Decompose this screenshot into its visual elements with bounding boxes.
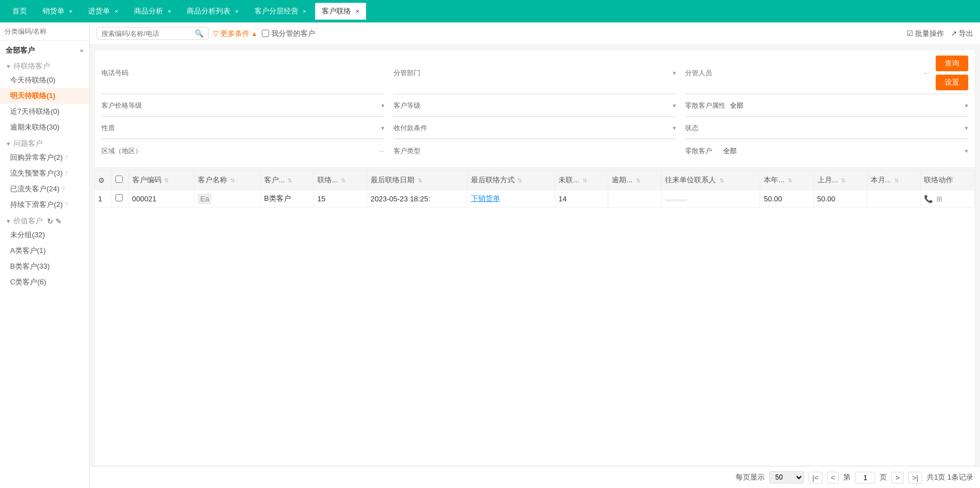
per-page-select[interactable]: 50 xyxy=(769,471,804,484)
sidebar-item-b-class[interactable]: B类客户(33) xyxy=(0,259,89,274)
th-contact-person[interactable]: 往来单位联系人 ⇅ xyxy=(662,171,760,190)
sidebar-item-today[interactable]: 今天待联络(0) xyxy=(0,72,89,88)
first-page-btn[interactable]: |< xyxy=(808,472,822,484)
td-last-month: 50.00 xyxy=(813,190,867,208)
sort-icon-thismonth: ⇅ xyxy=(894,177,899,183)
batch-checkbox-icon: ☑ xyxy=(907,29,913,38)
search-icon[interactable]: 🔍 xyxy=(195,29,204,38)
filter-nature-dropdown[interactable]: ▾ xyxy=(140,125,385,132)
sidebar-item-churned[interactable]: 已流失客户(24) ? xyxy=(0,181,89,197)
nav-product-analysis[interactable]: 商品分析 × xyxy=(127,3,178,20)
sidebar-item-c-class[interactable]: C类客户(6) xyxy=(0,274,89,290)
batch-op-btn[interactable]: ☑ 批量操作 xyxy=(907,29,944,39)
filter-price-dropdown[interactable]: ▾ xyxy=(146,102,385,109)
sidebar-item-a-class[interactable]: A类客户(1) xyxy=(0,243,89,259)
select-all-checkbox[interactable] xyxy=(115,176,123,183)
filter-payment-label: 收付款条件 xyxy=(394,123,427,133)
sidebar-item-abnormal[interactable]: 回购异常客户(2) ? xyxy=(0,150,89,165)
td-last-method[interactable]: 下销货单 xyxy=(467,190,555,208)
nav-customer-contact[interactable]: 客户联络 × xyxy=(315,3,366,20)
qr-icon[interactable]: ⊞ xyxy=(936,195,942,203)
filter-retail-attr-dropdown[interactable]: ▾ xyxy=(849,102,968,109)
filter-status-dropdown[interactable]: ▾ xyxy=(723,125,968,132)
filter-status-label: 状态 xyxy=(685,123,719,133)
filter-region-more[interactable]: ··· xyxy=(379,147,385,155)
th-customer-type[interactable]: 客户... ⇅ xyxy=(260,171,313,190)
filter-manager-more[interactable]: ··· xyxy=(923,69,929,77)
filter-phone-input[interactable] xyxy=(140,69,385,77)
td-overdue xyxy=(608,190,662,208)
filter-retail-attr-value: 全部 xyxy=(730,101,849,111)
filter-dept-label: 分管部门 xyxy=(394,68,427,78)
toolbar: 🔍 ▽ 更多条件 ▲ 我分管的客户 ☑ 批量操作 ↗ 导出 xyxy=(90,22,980,45)
filter-retail-customer-label: 零散客户 xyxy=(685,146,719,156)
sidebar-item-7days[interactable]: 近7天待联络(0) xyxy=(0,104,89,119)
th-settings[interactable]: ⚙ xyxy=(95,171,112,190)
filter-retail-attr: 零散客户属性 全部 ▾ xyxy=(685,99,968,117)
retail-customer-caret: ▾ xyxy=(965,148,968,155)
th-code[interactable]: 客户编码 ⇅ xyxy=(128,171,195,190)
prev-page-btn[interactable]: < xyxy=(827,472,839,484)
sidebar-search-input[interactable] xyxy=(4,27,89,35)
td-checkbox[interactable] xyxy=(112,190,128,208)
help-icon-abnormal: ? xyxy=(64,154,68,161)
nav-purchase-order[interactable]: 进货单 × xyxy=(81,3,124,20)
export-btn[interactable]: ↗ 导出 xyxy=(951,29,973,39)
settings-btn[interactable]: 设置 xyxy=(936,75,968,90)
filter-retail-customer-dropdown[interactable]: ▾ xyxy=(846,148,968,155)
nav-product-list-close[interactable]: × xyxy=(235,8,238,15)
th-contact-count[interactable]: 联络... ⇅ xyxy=(314,171,367,190)
filter-dept-dropdown[interactable]: ▾ xyxy=(432,70,677,77)
th-last-contact-date[interactable]: 最后联络日期 ⇅ xyxy=(367,171,468,190)
th-last-month[interactable]: 上月... ⇅ xyxy=(813,171,867,190)
data-table: ⚙ 客户编码 ⇅ 客户名称 ⇅ xyxy=(95,171,975,208)
nav-customer-layering[interactable]: 客户分层经营 × xyxy=(248,3,313,20)
nav-contact-close[interactable]: × xyxy=(355,8,359,15)
my-customers-checkbox[interactable] xyxy=(262,30,269,37)
td-uncontacted: 14 xyxy=(555,190,608,208)
nav-layering-close[interactable]: × xyxy=(303,8,306,15)
value-refresh-icon[interactable]: ↻ xyxy=(47,217,53,225)
th-this-year[interactable]: 本年... ⇅ xyxy=(760,171,813,190)
last-page-btn[interactable]: >| xyxy=(908,472,922,484)
filter-price-label: 客户价格等级 xyxy=(101,101,142,111)
nav-sales-order[interactable]: 销货单 × xyxy=(36,3,79,20)
sidebar-item-overdue[interactable]: 逾期未联络(30) xyxy=(0,119,89,135)
th-last-contact-method[interactable]: 最后联络方式 ⇅ xyxy=(467,171,555,190)
sort-icon-year: ⇅ xyxy=(788,177,792,183)
my-customers-checkbox-area[interactable]: 我分管的客户 xyxy=(262,29,315,39)
filter-manager-dropdown[interactable]: ··· xyxy=(723,69,929,77)
th-uncontacted[interactable]: 未联... ⇅ xyxy=(555,171,608,190)
collapse-icon[interactable]: « xyxy=(80,47,84,54)
page-input[interactable] xyxy=(855,472,875,484)
th-name[interactable]: 客户名称 ⇅ xyxy=(195,171,261,190)
row-checkbox[interactable] xyxy=(115,194,123,201)
sidebar-item-churn-warning[interactable]: 流失预警客户(3) ? xyxy=(0,165,89,181)
table-header-row: ⚙ 客户编码 ⇅ 客户名称 ⇅ xyxy=(95,171,975,190)
phone-icon[interactable]: 📞 xyxy=(924,195,933,203)
th-overdue[interactable]: 逾期... ⇅ xyxy=(608,171,662,190)
filter-region-dropdown[interactable]: ··· xyxy=(146,147,385,155)
filter-payment-dropdown[interactable]: ▾ xyxy=(432,125,677,132)
filter-customer-level-label: 客户等级 xyxy=(394,101,427,111)
nav-sales-order-close[interactable]: × xyxy=(69,8,72,15)
nav-product-analysis-list[interactable]: 商品分析列表 × xyxy=(180,3,245,20)
next-page-btn[interactable]: > xyxy=(891,472,904,484)
sidebar-item-ungroup[interactable]: 未分组(32) xyxy=(0,227,89,243)
nav-product-analysis-close[interactable]: × xyxy=(168,8,171,15)
filter-customer-level-dropdown[interactable]: ▾ xyxy=(432,102,677,109)
problem-arrow: ▼ xyxy=(6,141,11,147)
filter-retail-customer-value: 全部 xyxy=(723,146,845,156)
search-input[interactable] xyxy=(101,30,192,38)
sidebar-item-tomorrow[interactable]: 明天待联络(1) xyxy=(0,88,89,104)
more-conditions-btn[interactable]: ▽ 更多条件 ▲ xyxy=(213,29,257,39)
filter-manager-label: 分管人员 xyxy=(685,68,719,78)
nav-purchase-close[interactable]: × xyxy=(114,8,118,15)
query-btn[interactable]: 查询 xyxy=(936,56,968,71)
filter-status: 状态 ▾ xyxy=(685,121,968,139)
nav-home[interactable]: 首页 xyxy=(6,3,34,20)
value-edit-icon[interactable]: ✎ xyxy=(56,217,62,225)
th-this-month[interactable]: 本月... ⇅ xyxy=(867,171,920,190)
sidebar-item-declining[interactable]: 持续下滑客户(2) ? xyxy=(0,197,89,213)
th-checkbox[interactable] xyxy=(112,171,128,190)
